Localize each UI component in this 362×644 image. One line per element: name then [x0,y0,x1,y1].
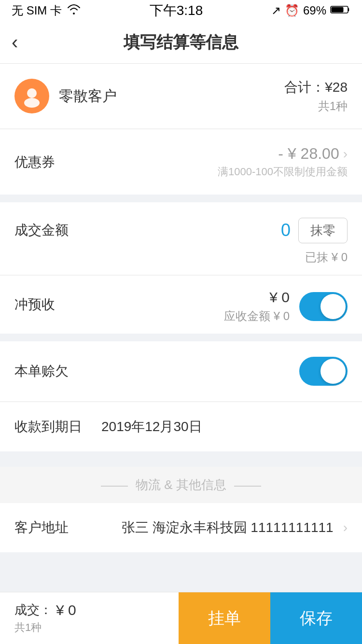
coupon-right: - ¥ 28.00 › 满1000-100不限制使用金额 [218,145,348,179]
footer-info: 成交： ¥ 0 共1种 [0,592,179,644]
status-time: 下午3:18 [150,1,203,20]
coupon-row[interactable]: 优惠券 - ¥ 28.00 › 满1000-100不限制使用金额 [0,129,362,195]
deal-amount-section: 成交金额 0 抹零 已抹 ¥ 0 冲预收 ¥ 0 应收金额 ¥ 0 [0,202,362,334]
prepay-right: ¥ 0 应收金额 ¥ 0 [224,289,348,324]
prepay-receivable: 应收金额 ¥ 0 [224,308,290,324]
nav-bar: ‹ 填写结算等信息 [0,21,362,64]
alarm-icon: ⏰ [285,4,299,17]
due-label: 收款到期日 [14,418,82,436]
footer-count: 共1种 [14,620,164,635]
address-row[interactable]: 客户地址 张三 海淀永丰科技园 11111111111 › [0,503,362,552]
logistics-section: —— 物流 & 其他信息 —— 客户地址 张三 海淀永丰科技园 11111111… [0,467,362,552]
deal-amount-label: 成交金额 [14,216,69,245]
divider [0,459,362,467]
customer-right: 合计：¥28 共1种 [284,78,348,114]
customer-total: 合计：¥28 [284,78,348,97]
prepay-row: 冲预收 ¥ 0 应收金额 ¥ 0 [0,275,362,334]
location-icon: ↗ [271,4,281,17]
address-label: 客户地址 [14,518,69,537]
credit-label: 本单赊欠 [14,362,69,380]
prepay-values: ¥ 0 应收金额 ¥ 0 [224,289,290,324]
round-sub-text: 已抹 ¥ 0 [0,250,362,275]
sim-status: 无 SIM 卡 [12,3,62,18]
status-right: ↗ ⏰ 69% [271,4,350,17]
wifi-icon [67,4,81,17]
customer-left: 零散客户 [14,79,117,113]
status-bar: 无 SIM 卡 下午3:18 ↗ ⏰ 69% [0,0,362,21]
svg-rect-1 [332,7,344,13]
prepay-amount: ¥ 0 [224,289,290,306]
address-chevron-icon: › [343,520,348,535]
battery-level: 69% [303,4,326,17]
address-value: 张三 海淀永丰科技园 11111111111 [78,518,334,537]
avatar [14,79,49,113]
customer-row: 零散客户 合计：¥28 共1种 [0,64,362,128]
coupon-chevron-icon: › [343,146,348,162]
due-date: 2019年12月30日 [101,418,202,436]
svg-point-2 [27,88,37,98]
credit-section: 本单赊欠 收款到期日 2019年12月30日 [0,341,362,451]
status-left: 无 SIM 卡 [12,3,81,18]
footer: 成交： ¥ 0 共1种 挂单 保存 [0,592,362,644]
deal-amount-value: 0 [281,216,291,245]
battery-icon [330,4,350,17]
logistics-header: —— 物流 & 其他信息 —— [0,467,362,503]
due-row: 收款到期日 2019年12月30日 [0,402,362,451]
coupon-desc: 满1000-100不限制使用金额 [218,165,348,179]
prepay-toggle[interactable] [299,292,348,321]
footer-deal-value: ¥ 0 [56,602,76,618]
svg-point-3 [24,98,40,108]
footer-deal-label: 成交： [14,602,52,618]
footer-deal: 成交： ¥ 0 [14,602,164,618]
customer-name: 零散客户 [59,86,117,106]
credit-row: 本单赊欠 [0,341,362,401]
customer-section: 零散客户 合计：¥28 共1种 优惠券 - ¥ 28.00 › 满1000-10… [0,64,362,195]
amount-row: 成交金额 0 抹零 [0,202,362,250]
page-title: 填写结算等信息 [124,31,238,54]
prepay-label: 冲预收 [14,289,55,320]
address-section: 客户地址 张三 海淀永丰科技园 11111111111 › [0,503,362,552]
logistics-title: 物流 & 其他信息 [136,476,226,493]
back-button[interactable]: ‹ [12,31,18,53]
save-button[interactable]: 保存 [270,592,362,644]
credit-toggle[interactable] [299,357,348,386]
amount-right: 0 抹零 [281,216,348,245]
customer-count: 共1种 [284,98,348,114]
hang-button[interactable]: 挂单 [179,592,270,644]
round-button[interactable]: 抹零 [298,218,348,243]
coupon-label: 优惠券 [14,153,55,171]
coupon-amount: - ¥ 28.00 [278,145,339,163]
